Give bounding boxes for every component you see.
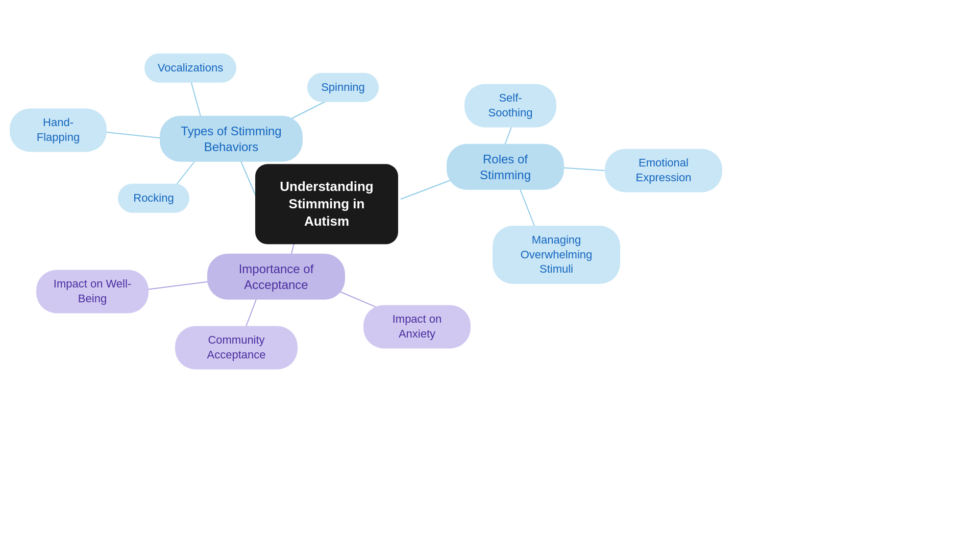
hand-flapping-node: Hand-Flapping [10, 108, 107, 152]
center-node: Understanding Stimming in Autism [255, 164, 398, 244]
rocking-node: Rocking [118, 184, 189, 213]
mind-map-connections [0, 0, 980, 553]
self-soothing-node: Self-Soothing [464, 84, 556, 127]
importance-node: Importance of Acceptance [207, 254, 345, 300]
impact-anxiety-node: Impact on Anxiety [363, 305, 471, 348]
managing-stimuli-node: Managing Overwhelming Stimuli [493, 226, 620, 284]
svg-line-3 [102, 132, 168, 139]
community-acceptance-node: Community Acceptance [175, 326, 298, 369]
vocalizations-node: Vocalizations [144, 54, 236, 83]
spinning-node: Spinning [307, 73, 379, 102]
types-node: Types of Stimming Behaviors [160, 116, 303, 162]
well-being-node: Impact on Well-Being [36, 270, 149, 313]
emotional-expression-node: Emotional Expression [605, 149, 722, 192]
roles-node: Roles of Stimming [447, 144, 564, 190]
